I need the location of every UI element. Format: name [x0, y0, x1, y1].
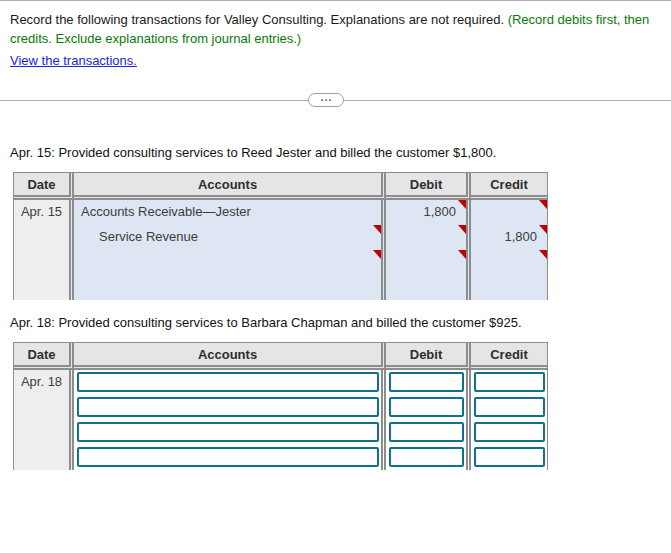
credit-value: 1,800	[504, 229, 537, 244]
column-header-accounts: Accounts	[74, 172, 386, 200]
column-header-accounts: Accounts	[74, 342, 386, 370]
debit-cell	[386, 275, 471, 300]
account-cell	[74, 420, 386, 445]
debit-cell	[386, 225, 471, 250]
debit-cell: 1,800	[386, 200, 471, 225]
date-cell: Apr. 15	[13, 200, 74, 225]
credit-cell	[471, 420, 548, 445]
answer-marker-icon	[458, 225, 466, 234]
transaction-apr15-caption: Apr. 15: Provided consulting services to…	[10, 145, 663, 160]
journal-entry-row: Apr. 18	[13, 370, 548, 395]
credit-input[interactable]	[474, 397, 545, 417]
account-value: Service Revenue	[99, 229, 198, 244]
credit-input[interactable]	[474, 447, 545, 467]
instructions-text: Record the following transactions for Va…	[10, 10, 665, 48]
journal-row	[13, 250, 548, 275]
journal-entry-row	[13, 420, 548, 445]
credit-input[interactable]	[474, 372, 545, 392]
account-cell	[74, 275, 386, 300]
date-cell	[13, 445, 74, 470]
date-cell: Apr. 18	[13, 370, 74, 395]
account-cell: Service Revenue	[74, 225, 386, 250]
answer-marker-icon	[458, 250, 466, 259]
column-header-debit: Debit	[386, 172, 471, 200]
answer-marker-icon	[458, 200, 466, 209]
debit-cell	[386, 370, 471, 395]
answer-marker-icon	[539, 200, 547, 209]
debit-cell	[386, 445, 471, 470]
credit-cell	[471, 275, 548, 300]
account-cell	[74, 370, 386, 395]
debit-input[interactable]	[389, 422, 464, 442]
view-transactions-link[interactable]: View the transactions.	[10, 53, 137, 68]
account-cell	[74, 395, 386, 420]
credit-cell	[471, 370, 548, 395]
journal-header-row: Date Accounts Debit Credit	[13, 172, 548, 200]
date-cell	[13, 275, 74, 300]
column-header-credit: Credit	[471, 342, 548, 370]
column-header-date: Date	[13, 342, 74, 370]
answer-marker-icon	[539, 250, 547, 259]
debit-value: 1,800	[423, 204, 456, 219]
account-cell	[74, 445, 386, 470]
divider-toggle-button[interactable]: ...	[308, 93, 344, 107]
journal-table-apr18: Date Accounts Debit Credit Apr. 18	[13, 342, 548, 470]
journal-row: Apr. 15 Accounts Receivable—Jester 1,800	[13, 200, 548, 225]
exercise-panel: Record the following transactions for Va…	[0, 10, 671, 470]
journal-entry-row	[13, 395, 548, 420]
debit-cell	[386, 420, 471, 445]
credit-cell: 1,800	[471, 225, 548, 250]
journal-row	[13, 275, 548, 300]
account-input[interactable]	[77, 397, 379, 417]
credit-cell	[471, 395, 548, 420]
column-header-credit: Credit	[471, 172, 548, 200]
account-value: Accounts Receivable—Jester	[81, 204, 251, 219]
answer-marker-icon	[539, 225, 547, 234]
debit-cell	[386, 395, 471, 420]
account-input[interactable]	[77, 372, 379, 392]
credit-cell	[471, 250, 548, 275]
debit-input[interactable]	[389, 447, 464, 467]
debit-input[interactable]	[389, 372, 464, 392]
account-input[interactable]	[77, 447, 379, 467]
date-cell	[13, 395, 74, 420]
credit-input[interactable]	[474, 422, 545, 442]
journal-header-row: Date Accounts Debit Credit	[13, 342, 548, 370]
account-cell: Accounts Receivable—Jester	[74, 200, 386, 225]
credit-cell	[471, 445, 548, 470]
answer-marker-icon	[373, 225, 381, 234]
date-cell	[13, 420, 74, 445]
date-cell	[13, 225, 74, 250]
account-cell	[74, 250, 386, 275]
credit-cell	[471, 200, 548, 225]
transaction-apr18-caption: Apr. 18: Provided consulting services to…	[10, 315, 663, 330]
answer-marker-icon	[373, 250, 381, 259]
account-input[interactable]	[77, 422, 379, 442]
instructions-main: Record the following transactions for Va…	[10, 12, 508, 27]
debit-cell	[386, 250, 471, 275]
journal-table-apr15: Date Accounts Debit Credit Apr. 15 Accou…	[13, 172, 548, 300]
column-header-debit: Debit	[386, 342, 471, 370]
date-cell	[13, 250, 74, 275]
journal-row: Service Revenue 1,800	[13, 225, 548, 250]
section-divider: ...	[10, 93, 663, 107]
journal-entry-row	[13, 445, 548, 470]
column-header-date: Date	[13, 172, 74, 200]
debit-input[interactable]	[389, 397, 464, 417]
